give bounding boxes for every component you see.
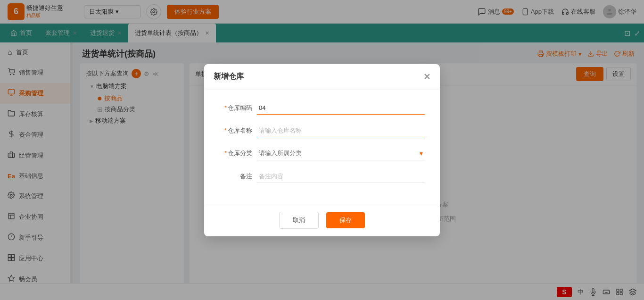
name-label: 仓库名称 [219,126,257,135]
modal-body: 仓库编码 仓库名称 仓库分类 ▾ 备注 [204,90,440,204]
form-row-name: 仓库名称 [219,124,425,137]
save-button[interactable]: 保存 [326,212,365,228]
new-warehouse-modal: 新增仓库 ✕ 仓库编码 仓库名称 仓库分类 ▾ [204,64,440,236]
form-row-category: 仓库分类 ▾ [219,147,425,160]
category-select-wrap[interactable]: ▾ [257,147,425,160]
remark-input[interactable] [257,170,425,183]
code-label: 仓库编码 [219,104,257,112]
category-input[interactable] [259,150,420,157]
modal-overlay: 新增仓库 ✕ 仓库编码 仓库名称 仓库分类 ▾ [0,0,644,300]
modal-close-button[interactable]: ✕ [423,72,430,82]
remark-label: 备注 [219,172,257,181]
category-dropdown-arrow[interactable]: ▾ [420,150,423,157]
modal-header: 新增仓库 ✕ [204,64,440,90]
code-input[interactable] [257,101,425,115]
form-row-code: 仓库编码 [219,101,425,115]
form-row-remark: 备注 [219,170,425,183]
category-label: 仓库分类 [219,149,257,158]
modal-title: 新增仓库 [214,72,244,82]
modal-footer: 取消 保存 [204,204,440,236]
name-input[interactable] [257,124,425,137]
cancel-button[interactable]: 取消 [279,212,319,229]
